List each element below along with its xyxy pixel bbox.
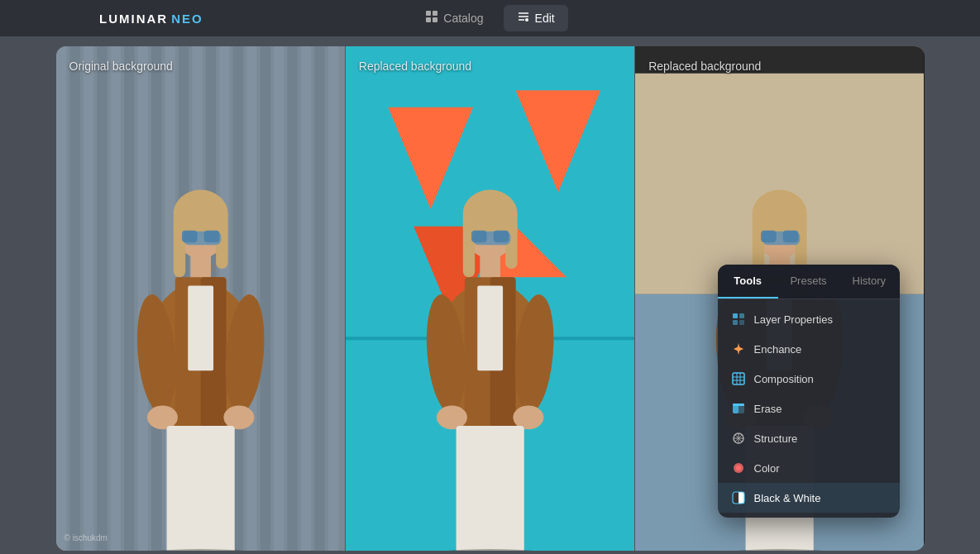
nav-tabs: Catalog Edit — [412, 5, 567, 31]
svg-rect-43 — [166, 426, 234, 551]
catalog-icon — [425, 10, 438, 26]
svg-rect-90 — [761, 231, 776, 242]
svg-rect-45 — [182, 231, 197, 242]
svg-rect-27 — [300, 46, 310, 551]
svg-rect-29 — [327, 46, 337, 551]
tool-structure-label: Structure — [754, 432, 798, 445]
tab-presets[interactable]: Presets — [778, 265, 839, 298]
svg-rect-24 — [260, 46, 270, 551]
edit-label: Edit — [535, 12, 555, 25]
svg-rect-93 — [733, 313, 738, 318]
svg-rect-32 — [190, 256, 211, 279]
svg-rect-58 — [463, 209, 475, 277]
tools-list: Layer Properties Enchance — [718, 299, 900, 518]
svg-point-111 — [736, 466, 741, 470]
app-logo: LUMINAR NEO — [99, 12, 203, 26]
svg-rect-62 — [477, 286, 503, 371]
erase-icon — [731, 401, 746, 416]
tool-color[interactable]: Color — [718, 453, 900, 483]
tool-erase-label: Erase — [754, 403, 782, 415]
tool-structure[interactable]: Structure — [718, 423, 900, 453]
enchance-icon — [731, 341, 746, 356]
photo-panel: Original background © ischukdm — [56, 46, 925, 551]
tool-erase[interactable]: Erase — [718, 394, 900, 423]
svg-rect-26 — [287, 46, 297, 551]
edit-tab[interactable]: Edit — [504, 5, 568, 31]
svg-rect-25 — [274, 46, 284, 551]
tool-color-label: Color — [754, 462, 780, 475]
photo-section-replaced-1: Replaced background — [345, 46, 634, 551]
svg-rect-10 — [69, 46, 79, 551]
svg-point-7 — [525, 18, 528, 21]
photo-section-original: Original background © ischukdm — [56, 46, 345, 551]
tool-black-white[interactable]: Black & White — [718, 483, 900, 513]
svg-rect-103 — [733, 405, 739, 413]
tool-enchance-label: Enchance — [754, 343, 802, 356]
svg-rect-104 — [733, 404, 744, 406]
tool-black-white-label: Black & White — [754, 492, 821, 504]
label-original: Original background — [69, 60, 173, 73]
svg-rect-11 — [83, 46, 93, 551]
tool-enchance[interactable]: Enchance — [718, 334, 900, 364]
tool-composition-label: Composition — [754, 373, 814, 385]
svg-point-65 — [437, 405, 467, 429]
svg-rect-1 — [433, 11, 437, 16]
svg-point-41 — [146, 405, 177, 429]
svg-rect-13 — [110, 46, 120, 551]
svg-rect-69 — [471, 231, 486, 242]
logo-name: LUMINAR — [99, 12, 168, 26]
svg-point-66 — [513, 405, 543, 429]
svg-rect-70 — [494, 231, 509, 242]
svg-rect-3 — [433, 17, 437, 22]
svg-rect-67 — [456, 426, 523, 551]
tool-composition[interactable]: Composition — [718, 364, 900, 394]
svg-rect-91 — [783, 231, 798, 242]
tool-layer-properties-label: Layer Properties — [754, 313, 833, 326]
svg-point-42 — [223, 405, 254, 429]
main-area: Original background © ischukdm — [0, 36, 980, 554]
svg-rect-34 — [173, 209, 184, 277]
tools-tab-bar: Tools Presets History — [718, 265, 900, 299]
tools-panel: Tools Presets History Layer Properties — [718, 265, 900, 518]
composition-icon — [731, 371, 746, 386]
svg-rect-9 — [56, 46, 66, 551]
label-replaced-1: Replaced background — [359, 60, 471, 73]
svg-rect-46 — [203, 231, 218, 242]
svg-rect-94 — [739, 313, 744, 318]
black-white-icon — [731, 490, 746, 505]
svg-rect-95 — [733, 320, 738, 325]
tab-tools[interactable]: Tools — [718, 265, 778, 298]
catalog-tab[interactable]: Catalog — [412, 5, 496, 31]
svg-rect-0 — [426, 11, 431, 16]
svg-rect-28 — [314, 46, 324, 551]
tab-history[interactable]: History — [839, 265, 899, 298]
copyright: © ischukdm — [65, 533, 108, 542]
svg-rect-97 — [733, 373, 744, 384]
topbar: LUMINAR NEO Catalog — [0, 0, 980, 36]
catalog-label: Catalog — [443, 12, 483, 25]
svg-rect-96 — [739, 320, 744, 325]
layer-properties-icon — [731, 312, 746, 327]
color-icon — [731, 461, 746, 475]
svg-rect-113 — [739, 492, 744, 504]
logo-neo: NEO — [171, 12, 203, 26]
svg-rect-12 — [97, 46, 107, 551]
svg-rect-2 — [426, 17, 431, 22]
svg-rect-56 — [480, 256, 500, 279]
svg-rect-38 — [188, 286, 213, 371]
tool-layer-properties[interactable]: Layer Properties — [718, 304, 900, 334]
svg-rect-14 — [124, 46, 134, 551]
label-replaced-2: Replaced background — [648, 60, 761, 73]
edit-icon — [517, 10, 530, 26]
structure-icon — [731, 431, 746, 446]
